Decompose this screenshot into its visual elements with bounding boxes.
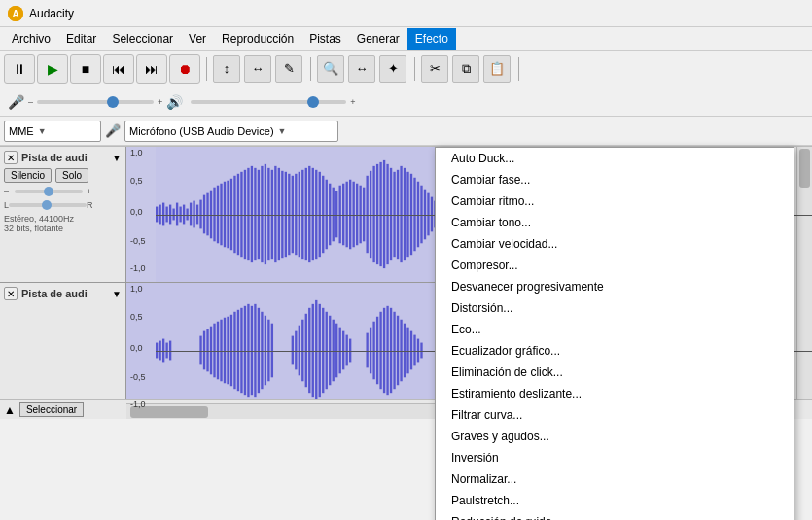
zoom-tool[interactable]: 🔍 [317,55,344,83]
menu-generar[interactable]: Generar [349,28,407,50]
y-label2-0_5: 0,5 [130,312,143,322]
effect-dropdown: Auto Duck... Cambiar fase... Cambiar rit… [435,147,794,520]
track-panel: ✕ Pista de audi ▼ Silencio Solo – + L [0,147,126,419]
output-volume-thumb[interactable] [307,96,319,108]
toolbar-divider [206,57,207,81]
stop-button[interactable]: ■ [70,54,101,84]
y-label2-n1: -1,0 [130,399,146,409]
effect-graves-agudos[interactable]: Graves y agudos... [436,426,794,447]
vol-minus: – [28,97,33,107]
pause-button[interactable]: ⏸ [4,54,35,84]
track1-gain-thumb[interactable] [44,187,53,196]
track1-info: Estéreo, 44100Hz32 bits, flotante [4,214,122,233]
effect-estiramiento[interactable]: Estiramiento deslizante... [436,383,794,404]
track1-solo[interactable]: Solo [55,168,88,183]
track1-silence[interactable]: Silencio [4,168,52,183]
svg-text:A: A [12,9,18,19]
cut-tool[interactable]: ✂ [421,55,448,83]
menu-efecto[interactable]: Efecto [407,28,456,50]
toolbar-divider3 [414,57,415,81]
play-button[interactable]: ▶ [37,54,68,84]
effect-cambiar-tono[interactable]: Cambiar tono... [436,212,794,233]
menu-reproduccion[interactable]: Reproducción [214,28,301,50]
input-volume-slider[interactable] [37,100,154,104]
menu-ver[interactable]: Ver [181,28,214,50]
effect-normalizar[interactable]: Normalizar... [436,468,794,490]
effect-cambiar-velocidad[interactable]: Cambiar velocidad... [436,233,794,255]
effect-inversion[interactable]: Inversión [436,447,794,468]
time-shift-tool[interactable]: ↔ [348,55,375,83]
effect-cambiar-ritmo[interactable]: Cambiar ritmo... [436,191,794,212]
next-button[interactable]: ⏭ [136,54,167,84]
scroll-thumb[interactable] [799,149,810,188]
track1-pan-slider[interactable] [9,203,87,207]
device-row: MME ▼ 🎤 Micrófono (USB Audio Device) ▼ [0,117,812,146]
paste-tool[interactable]: 📋 [483,55,511,83]
y-label2-n0_5: -0,5 [130,372,146,382]
draw-tool[interactable]: ✎ [275,55,302,83]
select-tool[interactable]: ↔ [244,55,271,83]
pan-r: R [87,200,93,210]
input-volume-thumb[interactable] [107,96,119,108]
menu-pistas[interactable]: Pistas [301,28,349,50]
gain-label: – [4,187,9,196]
track1-expand[interactable]: ▼ [112,153,122,163]
prev-button[interactable]: ⏮ [103,54,134,84]
track2-name: Pista de audi [21,288,108,299]
main-scrollbar[interactable] [796,147,812,399]
y-label-1: 1,0 [130,148,143,157]
track1-name: Pista de audi [21,152,108,163]
effect-eco[interactable]: Eco... [436,319,794,340]
effect-distorsion[interactable]: Distorsión... [436,297,794,319]
effect-cambiar-fase[interactable]: Cambiar fase... [436,169,794,191]
copy-tool[interactable]: ⧉ [452,55,479,83]
input-arrow: ▼ [278,126,287,136]
mic-icon: 🎤 [8,94,24,110]
cursor-tool[interactable]: ↕ [213,55,240,83]
volume-row: 🎤 – + 🔊 + [0,87,812,117]
effect-eliminacion-click[interactable]: Eliminación de click... [436,362,794,383]
multi-tool[interactable]: ✦ [379,55,406,83]
main-area: 1,0 0,0 1,0 2,0 3,0 8,0 ✕ Pista de audi … [0,146,812,399]
effect-ecualizador[interactable]: Ecualizador gráfico... [436,340,794,362]
output-vol-plus: + [350,97,355,107]
track2-expand[interactable]: ▼ [112,289,122,299]
track1-header: ✕ Pista de audi ▼ Silencio Solo – + L [0,147,125,283]
y-label-0: 0,0 [130,207,143,217]
effect-filtrar-curva[interactable]: Filtrar curva... [436,404,794,426]
track2-close[interactable]: ✕ [4,287,18,300]
track2-header: ✕ Pista de audi ▼ [0,283,125,419]
track1-gain-slider[interactable] [15,190,83,193]
transport-toolbar: ⏸ ▶ ■ ⏮ ⏭ ⏺ ↕ ↔ ✎ 🔍 ↔ ✦ ✂ ⧉ 📋 [0,51,812,87]
title-bar: A Audacity [0,0,812,27]
expand-icon: ▲ [4,403,16,417]
speaker-icon: 🔊 [166,94,183,110]
mic-device-icon: 🎤 [105,123,121,138]
y-label-n1: -1,0 [130,263,146,273]
track1-close[interactable]: ✕ [4,151,18,164]
effect-compresor[interactable]: Compresor... [436,255,794,276]
track1-pan-thumb[interactable] [42,200,52,210]
vol-plus: + [158,97,162,107]
menu-archivo[interactable]: Archivo [4,28,58,50]
effect-auto-duck[interactable]: Auto Duck... [436,148,794,169]
gain-plus: + [87,187,91,196]
output-volume-slider[interactable] [191,100,346,104]
seleccionar-button[interactable]: Seleccionar [19,402,84,417]
effect-reduccion-ruido[interactable]: Reducción de ruido... [436,511,794,520]
y-label2-1: 1,0 [130,284,143,294]
effect-paulstretch[interactable]: Paulstretch... [436,490,794,511]
y-label-n0_5: -0,5 [130,236,146,246]
menu-editar[interactable]: Editar [58,28,104,50]
effect-desvanecer[interactable]: Desvanecer progresivamente [436,276,794,297]
host-arrow: ▼ [38,126,47,136]
y-label2-0: 0,0 [130,343,143,353]
audio-host-select[interactable]: MME ▼ [4,121,101,142]
app-title: Audacity [29,7,74,20]
menu-bar: Archivo Editar Seleccionar Ver Reproducc… [0,27,812,51]
app-icon: A [8,6,23,21]
record-button[interactable]: ⏺ [169,54,200,84]
input-device-select[interactable]: Micrófono (USB Audio Device) ▼ [124,121,338,142]
toolbar-divider2 [310,57,311,81]
menu-seleccionar[interactable]: Seleccionar [104,28,181,50]
